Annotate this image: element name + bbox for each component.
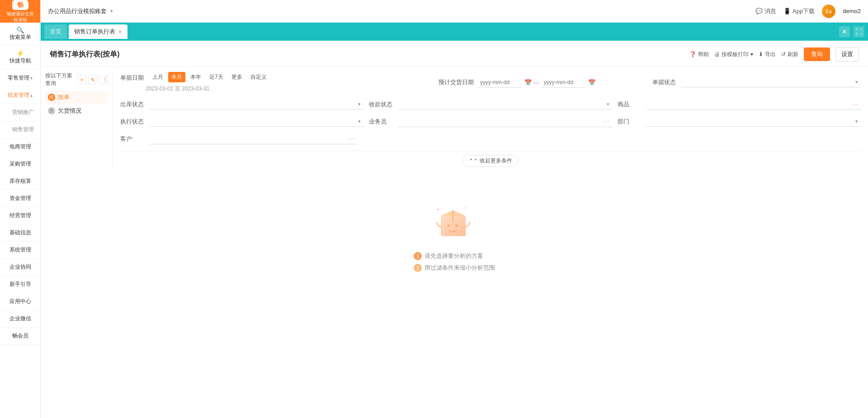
delivery-status-dropdown[interactable]: ▾: [149, 100, 363, 109]
salesman-selector[interactable]: ···: [398, 116, 612, 127]
filter-scheme-欠货情况[interactable]: 欠 欠货情况: [45, 104, 108, 117]
tab-sales-order[interactable]: 销售订单执行表 ✕: [69, 24, 127, 39]
header-left: 办公用品行业模拟账套 ▾: [48, 7, 113, 15]
customer-label: 客户: [120, 135, 146, 143]
expected-date-label: 预计交货日期: [439, 78, 474, 86]
customer-filter: 客户 ···: [120, 133, 357, 144]
goods-selector[interactable]: ···: [646, 99, 861, 110]
last-month-btn[interactable]: 上月: [149, 72, 166, 82]
sidebar-item-inventory[interactable]: 库存核算: [0, 173, 40, 190]
filter-main: 单据日期 上月 本月 本年 近7天 更多 自定义 2023-03-0: [113, 72, 868, 171]
salesman-label: 业务员: [369, 118, 394, 126]
sidebar-item-operations[interactable]: 经营管理: [0, 207, 40, 224]
chevron-down-icon: ▾: [30, 76, 33, 81]
tip-number-1: 1: [414, 252, 422, 260]
custom-btn[interactable]: 自定义: [247, 72, 270, 82]
sidebar-item-wholesale[interactable]: 批发管理 ▴: [0, 87, 40, 104]
sidebar-item-system[interactable]: 系统管理: [0, 242, 40, 259]
exec-status-dropdown[interactable]: ▾: [149, 117, 363, 127]
sidebar-item-member[interactable]: 畅会员: [0, 328, 40, 345]
sidebar-search[interactable]: 🔍 搜索菜单: [0, 23, 40, 45]
sidebar-item-enterprise[interactable]: 企业协同: [0, 259, 40, 276]
sidebar-item-newbie[interactable]: 新手引导: [0, 276, 40, 293]
collapse-button[interactable]: ⌃⌃ 收起更多条件: [463, 155, 518, 167]
industry-dropdown-icon[interactable]: ▾: [110, 8, 113, 14]
svg-text:✦: ✦: [457, 202, 459, 205]
main-content: 办公用品行业模拟账套 ▾ 💬 消息 📱 App下载 Ea demo2 首页 销售…: [41, 0, 868, 418]
order-status-filter: 单据状态 ▾: [652, 77, 861, 87]
delivery-status-arrow: ▾: [358, 101, 361, 107]
sidebar-item-purchase[interactable]: 采购管理: [0, 156, 40, 173]
last-7days-btn[interactable]: 近7天: [206, 72, 226, 82]
tab-home[interactable]: 首页: [44, 24, 67, 39]
payment-status-filter: 收款状态 ▾: [369, 100, 612, 109]
sidebar-item-quick-nav[interactable]: ⚡ 快捷导航: [0, 45, 40, 70]
content-area: 销售订单执行表(按单) ❓ 帮助 🖨 按模板打印 ▾ ⬇ 导出 ↺ 刷新: [41, 41, 868, 418]
more-btn[interactable]: 更多: [228, 72, 245, 82]
sidebar-item-retail[interactable]: 零售管理 ▾: [0, 70, 40, 87]
expected-date-start-input[interactable]: [477, 77, 523, 88]
settings-button[interactable]: 设置: [835, 47, 859, 62]
app-download-button[interactable]: 📱 App下载: [783, 7, 815, 15]
help-button[interactable]: ❓ 帮助: [689, 51, 709, 58]
page-actions: ❓ 帮助 🖨 按模板打印 ▾ ⬇ 导出 ↺ 刷新 查询 设置: [689, 47, 859, 62]
payment-status-dropdown[interactable]: ▾: [398, 100, 612, 109]
sidebar-item-finance[interactable]: 资金管理: [0, 190, 40, 207]
this-month-btn[interactable]: 本月: [168, 72, 185, 82]
dept-filter: 部门 ▾: [618, 117, 861, 127]
sidebar-item-basic-info[interactable]: 基础信息: [0, 224, 40, 242]
order-status-dropdown[interactable]: ▾: [681, 77, 861, 87]
add-scheme-button[interactable]: +: [77, 75, 86, 84]
goods-more-icon: ···: [852, 101, 858, 108]
svg-text:✦: ✦: [436, 207, 440, 212]
salesman-filter: 业务员 ···: [369, 116, 612, 127]
goods-filter: 商品 ···: [618, 99, 861, 110]
user-avatar[interactable]: Ea: [822, 5, 835, 18]
delivery-status-filter: 出库状态 ▾: [120, 100, 363, 109]
industry-name: 办公用品行业模拟账套: [48, 7, 107, 15]
tab-maximize-button[interactable]: ⛶: [854, 26, 864, 37]
filter-row-3: 执行状态 ▾ 业务员 ··· 部门: [120, 116, 861, 127]
message-button[interactable]: 💬 消息: [755, 7, 776, 15]
sidebar-item-app-center[interactable]: 应用中心: [0, 293, 40, 310]
date-filter-header: 单据日期 上月 本月 本年 近7天 更多 自定义: [120, 72, 433, 83]
scheme-icon-欠货: 欠: [48, 107, 55, 114]
refresh-button[interactable]: ↺ 刷新: [781, 51, 798, 58]
payment-status-arrow: ▾: [607, 101, 609, 107]
payment-status-label: 收款状态: [369, 100, 394, 109]
customer-selector[interactable]: ···: [149, 133, 357, 144]
date-range-separator: —: [533, 79, 539, 86]
tab-close-window-button[interactable]: ✕: [839, 26, 850, 37]
help-icon: ❓: [689, 51, 696, 57]
quick-date-buttons: 上月 本月 本年 近7天 更多 自定义: [149, 72, 270, 82]
header-right: 💬 消息 📱 App下载 Ea demo2: [755, 5, 861, 18]
tab-close-icon[interactable]: ✕: [118, 29, 122, 35]
sidebar-item-ecommerce[interactable]: 电商管理: [0, 138, 40, 156]
collapse-bar: ⌃⌃ 收起更多条件: [120, 151, 861, 171]
delivery-status-label: 出库状态: [120, 100, 146, 109]
filter-sidebar-title: 按以下方案查询: [45, 72, 77, 87]
sidebar-item-wechat[interactable]: 企业微信: [0, 310, 40, 328]
salesman-more-icon: ···: [603, 118, 609, 125]
export-icon: ⬇: [759, 51, 763, 57]
export-button[interactable]: ⬇ 导出: [759, 51, 776, 58]
this-year-btn[interactable]: 本年: [187, 72, 204, 82]
expected-date-end-input[interactable]: [541, 77, 586, 88]
filter-row-4: 客户 ···: [120, 133, 861, 144]
template-print-button[interactable]: 🖨 按模板打印 ▾: [714, 51, 753, 58]
scheme-icon-按单: 按: [48, 94, 55, 101]
app-logo[interactable]: 畅 畅捷通好生意 标准版: [0, 0, 40, 23]
page-header: 销售订单执行表(按单) ❓ 帮助 🖨 按模板打印 ▾ ⬇ 导出 ↺ 刷新: [41, 41, 868, 66]
dept-arrow: ▾: [855, 119, 858, 124]
filter-scheme-按单[interactable]: 按 按单: [45, 91, 108, 104]
expected-date-filter: 预计交货日期 📅 — 📅: [439, 77, 647, 88]
dept-dropdown[interactable]: ▾: [646, 117, 861, 127]
svg-point-4: [447, 224, 450, 227]
date-filter-group: 单据日期 上月 本月 本年 近7天 更多 自定义 2023-03-0: [120, 72, 433, 93]
sidebar-item-sales[interactable]: 销售管理: [0, 121, 40, 138]
edit-scheme-button[interactable]: ✎: [88, 75, 97, 84]
collapse-sidebar-button[interactable]: 《: [99, 75, 108, 84]
user-name[interactable]: demo2: [843, 8, 861, 14]
search-button[interactable]: 查询: [804, 48, 830, 61]
sidebar-item-marketing[interactable]: 营销推广: [0, 104, 40, 121]
